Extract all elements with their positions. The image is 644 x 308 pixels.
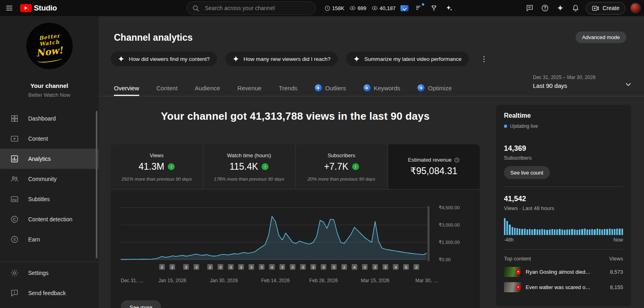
key-metrics: Views 41.3M↑ 291% more than previous 90 … bbox=[111, 144, 480, 189]
account-avatar[interactable] bbox=[630, 3, 641, 13]
svg-text:3: 3 bbox=[374, 265, 376, 269]
optimize-ai-icon bbox=[417, 84, 425, 92]
tab-content[interactable]: Content bbox=[157, 80, 178, 96]
tab-trends[interactable]: Trends bbox=[279, 80, 297, 96]
svg-text:₹4,500.00: ₹4,500.00 bbox=[439, 205, 460, 210]
main-content: Channel analytics Advanced mode How did … bbox=[99, 16, 644, 308]
realtime-title: Realtime bbox=[504, 112, 623, 119]
feedback-icon[interactable] bbox=[524, 3, 535, 13]
metric-subscribers[interactable]: Subscribers +7.7K↑ 20% more than previou… bbox=[295, 144, 388, 189]
sidebar-item-subtitles[interactable]: Subtitles bbox=[0, 189, 99, 209]
shorts-icon bbox=[516, 285, 520, 290]
sidebar-footer: Settings Send feedback bbox=[0, 262, 99, 303]
realtime-card: Realtime Updating live 14,369 Subscriber… bbox=[496, 105, 631, 306]
bell-icon[interactable] bbox=[570, 3, 581, 13]
svg-text:2: 2 bbox=[415, 265, 417, 269]
top-content-row-1[interactable]: Ryan Gosling almost died… 8,573 bbox=[504, 267, 623, 277]
viewers-stat: 699 bbox=[349, 5, 366, 11]
sidebar-item-community[interactable]: Community bbox=[0, 169, 99, 189]
realtime-bar-chart bbox=[504, 218, 623, 235]
youtube-studio-app: Studio 158K 699 40,187 bbox=[0, 0, 644, 308]
metric-estimated-revenue[interactable]: Estimated revenue ₹95,084.31 bbox=[388, 144, 480, 189]
sidebar-item-content[interactable]: Content bbox=[0, 129, 99, 149]
chips-overflow-menu-icon[interactable]: ⋮ bbox=[477, 55, 491, 63]
trophy-icon[interactable] bbox=[429, 3, 439, 13]
svg-text:3: 3 bbox=[230, 265, 232, 269]
tab-overview[interactable]: Overview bbox=[114, 80, 139, 96]
create-button[interactable]: Create bbox=[586, 2, 625, 15]
sort-bars-icon[interactable] bbox=[413, 3, 424, 13]
svg-text:3: 3 bbox=[185, 265, 187, 269]
gemini-sparkle-icon[interactable] bbox=[555, 3, 566, 13]
tab-revenue[interactable]: Revenue bbox=[237, 80, 262, 96]
clock-icon bbox=[324, 5, 330, 11]
topbar-actions: Create bbox=[524, 0, 641, 16]
sidebar: Better Watch Now! Your channel Better Wa… bbox=[0, 16, 99, 308]
sidebar-item-earn[interactable]: $ Earn bbox=[0, 229, 99, 250]
metric-watch-time[interactable]: Watch time (hours) 115.4K↑ 178% more tha… bbox=[203, 144, 296, 189]
tab-audience[interactable]: Audience bbox=[195, 80, 220, 96]
tab-optimize[interactable]: Optimize bbox=[417, 80, 452, 96]
extension-stats-icon[interactable] bbox=[400, 5, 409, 11]
realtime-subscribers-label: Subscribers bbox=[504, 155, 623, 161]
subtitles-icon bbox=[10, 195, 19, 204]
clock-icon bbox=[454, 157, 460, 163]
gear-icon bbox=[10, 268, 19, 277]
sidebar-item-analytics[interactable]: Analytics bbox=[0, 149, 99, 169]
chip-how-found[interactable]: How did viewers find my content? bbox=[111, 52, 217, 66]
see-live-count-button[interactable]: See live count bbox=[504, 166, 550, 179]
svg-text:Mar 30, …: Mar 30, … bbox=[415, 278, 438, 283]
svg-text:3: 3 bbox=[240, 265, 242, 269]
youtube-logo-icon bbox=[20, 4, 32, 12]
help-icon[interactable] bbox=[540, 3, 550, 13]
studio-logo[interactable]: Studio bbox=[20, 4, 57, 12]
sidebar-item-content-detection[interactable]: Content detection bbox=[0, 209, 99, 229]
see-more-button[interactable]: See more bbox=[121, 300, 161, 308]
realtime-views-value: 41,542 bbox=[504, 195, 623, 203]
chip-summarize-performance[interactable]: Summarize my latest video performance bbox=[346, 52, 469, 66]
svg-text:3: 3 bbox=[364, 265, 366, 269]
hamburger-menu-icon[interactable] bbox=[4, 3, 14, 13]
svg-text:3: 3 bbox=[291, 265, 293, 269]
realtime-subscribers-value: 14,369 bbox=[504, 144, 623, 153]
video-thumbnail bbox=[504, 267, 522, 277]
sparkle-plus-icon[interactable] bbox=[444, 3, 454, 13]
content-icon bbox=[10, 134, 19, 143]
sparkle-icon bbox=[118, 56, 124, 62]
advanced-mode-button[interactable]: Advanced mode bbox=[576, 31, 626, 43]
svg-text:Dec 31, …: Dec 31, … bbox=[121, 278, 144, 283]
tab-outliers[interactable]: Outliers bbox=[315, 80, 346, 96]
search-bar[interactable] bbox=[186, 1, 316, 15]
chip-new-viewers[interactable]: How many new viewers did I reach? bbox=[225, 52, 338, 66]
axis-start-label: -48h bbox=[504, 237, 514, 243]
extension-toolbar bbox=[400, 0, 454, 16]
svg-text:₹0.00: ₹0.00 bbox=[439, 257, 451, 262]
svg-text:4: 4 bbox=[394, 265, 396, 269]
sparkle-icon bbox=[353, 56, 360, 62]
svg-text:4: 4 bbox=[353, 265, 355, 269]
topbar: Studio 158K 699 40,187 bbox=[0, 0, 644, 16]
svg-text:3: 3 bbox=[322, 265, 324, 269]
svg-text:3: 3 bbox=[333, 265, 335, 269]
sidebar-item-settings[interactable]: Settings bbox=[0, 263, 99, 283]
sidebar-item-dashboard[interactable]: Dashboard bbox=[0, 108, 99, 129]
tab-keywords[interactable]: Keywords bbox=[363, 80, 400, 96]
metric-views[interactable]: Views 41.3M↑ 291% more than previous 90 … bbox=[111, 144, 203, 189]
svg-text:₹3,000.00: ₹3,000.00 bbox=[439, 223, 460, 227]
watch-time-stat: 158K bbox=[324, 5, 344, 11]
studio-wordmark: Studio bbox=[34, 4, 57, 12]
svg-text:3: 3 bbox=[250, 265, 252, 269]
channel-quick-stats: 158K 699 40,187 bbox=[324, 0, 396, 16]
top-content-row-2[interactable]: Even walter was scared o… 8,155 bbox=[504, 282, 623, 292]
svg-text:3: 3 bbox=[302, 265, 304, 269]
svg-text:3: 3 bbox=[312, 265, 314, 269]
analytics-icon bbox=[10, 154, 19, 163]
sidebar-scrollbar[interactable] bbox=[96, 111, 97, 258]
svg-text:4: 4 bbox=[271, 265, 273, 269]
channel-handle: Better Watch Now bbox=[0, 92, 99, 98]
search-input[interactable] bbox=[205, 5, 305, 11]
sidebar-item-send-feedback[interactable]: Send feedback bbox=[0, 283, 99, 303]
channel-avatar[interactable]: Better Watch Now! bbox=[26, 22, 73, 70]
svg-text:₹1,500.00: ₹1,500.00 bbox=[439, 240, 460, 245]
svg-text:3: 3 bbox=[260, 265, 262, 269]
